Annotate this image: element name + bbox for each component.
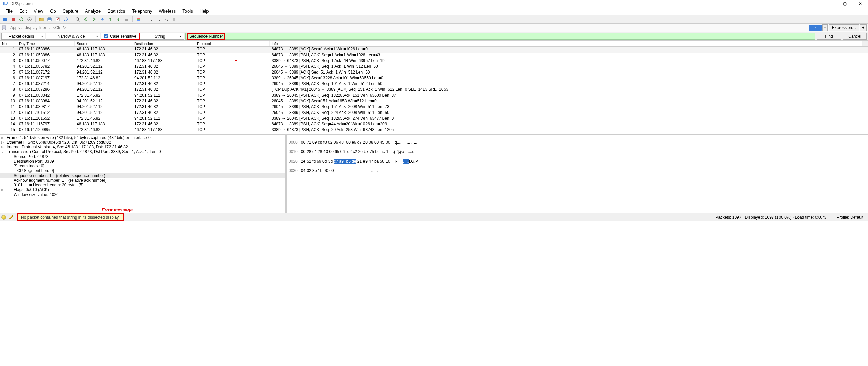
first-icon[interactable] [106,16,114,23]
col-no[interactable]: No [0,41,17,46]
packet-row[interactable]: 507:16:11.08717294.201.52.112172.31.46.8… [0,70,868,76]
menu-statistics[interactable]: Statistics [104,8,129,14]
close-button[interactable]: ✕ [852,0,868,7]
col-info[interactable]: Info [270,41,863,46]
packet-row[interactable]: 707:16:11.08721494.201.52.112172.31.46.8… [0,81,868,87]
detail-seqnum[interactable]: Sequence number: 1 (relative sequence nu… [0,173,285,178]
detail-seglen[interactable]: [TCP Segment Len: 0] [0,168,285,173]
close-file-icon[interactable] [54,16,61,23]
packet-row[interactable]: 207:16:11.05388646.183.117.188172.31.46.… [0,53,868,58]
minimize-button[interactable]: — [821,0,837,7]
hex-row[interactable]: 0020 2e 52 fd 69 0d 3d c7 a9 b5 de 21 e9… [289,159,866,164]
packet-list-header: No Day Time Source Destination Protocol … [0,41,868,47]
packet-details-pane[interactable]: ▷Frame 1: 54 bytes on wire (432 bits), 5… [0,135,287,213]
detail-tcp[interactable]: ▽Transmission Control Protocol, Src Port… [0,149,285,154]
hex-row[interactable]: 0030 04 02 3b 1b 00 00 ..;... [289,168,866,173]
menu-capture[interactable]: Capture [59,8,82,14]
svg-rect-3 [48,20,51,21]
window-title: DP2.pcapng [10,1,33,6]
zoom-in-icon[interactable] [146,16,154,23]
detail-srcport[interactable]: Source Port: 64873 [0,154,285,159]
start-capture-icon[interactable] [1,16,9,23]
packet-row[interactable]: 907:16:11.088342172.31.46.8294.201.52.11… [0,93,868,99]
prev-icon[interactable] [82,16,90,23]
next-icon[interactable] [90,16,98,23]
status-profile[interactable]: Profile: Default [836,215,863,220]
save-icon[interactable] [46,16,53,23]
zoom-reset-icon[interactable]: 1:1 [163,16,170,23]
detail-eth[interactable]: ▷Ethernet II, Src: 06:48:80:e6:d7:20, Ds… [0,140,285,145]
detail-acknum[interactable]: Acknowledgment number: 1 (relative ack n… [0,178,285,183]
packet-row[interactable]: 1207:16:11.10151294.201.52.112172.31.46.… [0,110,868,116]
goto-icon[interactable] [98,16,106,23]
col-destination[interactable]: Destination [132,41,195,46]
edit-capture-icon[interactable] [9,215,14,220]
detail-win[interactable]: Window size value: 1026 [0,192,285,197]
menu-telephony[interactable]: Telephony [129,8,155,14]
lower-split: ▷Frame 1: 54 bytes on wire (432 bits), 5… [0,135,868,213]
menu-edit[interactable]: Edit [16,8,30,14]
packet-row[interactable]: 1007:16:11.08898494.201.52.112172.31.46.… [0,99,868,104]
cancel-button[interactable]: Cancel [843,33,867,40]
packet-row[interactable]: 1107:16:11.08981794.201.52.112172.31.46.… [0,104,868,110]
detail-dstport[interactable]: Destination Port: 3389 [0,159,285,164]
detail-stream[interactable]: [Stream index: 0] [0,164,285,168]
packet-row[interactable]: 1307:16:11.101552172.31.46.8294.201.52.1… [0,116,868,122]
packet-list-scrollbar[interactable] [863,41,868,46]
packet-row[interactable]: 1407:16:11.11679746.183.117.188172.31.46… [0,122,868,127]
menu-view[interactable]: View [30,8,46,14]
packet-row[interactable]: 107:16:11.05388646.183.117.188172.31.46.… [0,47,868,53]
packet-row[interactable]: 607:16:11.087197172.31.46.8294.201.52.11… [0,76,868,81]
add-filter-button[interactable]: + [860,24,867,31]
maximize-button[interactable]: ▢ [837,0,852,7]
menu-go[interactable]: Go [46,8,59,14]
find-case-checkbox[interactable]: Case sensitive [101,33,139,40]
last-icon[interactable] [115,16,122,23]
packet-row[interactable]: 1507:16:11.120985172.31.46.8246.183.117.… [0,127,868,133]
find-scope-combo[interactable]: Packet details [1,33,45,40]
hex-row[interactable]: 0010 00 28 c4 28 40 00 65 06 d2 c2 2e b7… [289,149,866,154]
svg-rect-0 [12,18,15,21]
autoscroll-icon[interactable] [123,16,130,23]
colorize-icon[interactable] [135,16,142,23]
find-type-combo[interactable]: String [140,33,184,40]
col-time[interactable]: Day Time [17,41,75,46]
packet-bytes-pane[interactable]: 0000 06 71 09 cb f8 02 06 48 80 e6 d7 20… [287,135,868,213]
open-icon[interactable] [38,16,45,23]
options-icon[interactable] [26,16,33,23]
packet-row[interactable]: 407:16:11.08678294.201.52.112172.31.46.8… [0,64,868,70]
expert-info-icon[interactable] [1,215,6,220]
detail-frame[interactable]: ▷Frame 1: 54 bytes on wire (432 bits), 5… [0,135,285,140]
menu-tools[interactable]: Tools [179,8,196,14]
resize-cols-icon[interactable] [171,16,178,23]
bookmark-icon[interactable] [1,24,7,31]
display-filter-input[interactable] [8,24,809,31]
hex-row[interactable]: 0000 06 71 09 cb f8 02 06 48 80 e6 d7 20… [289,140,866,145]
reload-icon[interactable] [62,16,70,23]
find-button[interactable]: Find [817,33,841,40]
packet-list-body[interactable]: 107:16:11.05388646.183.117.188172.31.46.… [0,47,868,134]
detail-flags[interactable]: ▷Flags: 0x010 (ACK) [0,187,285,192]
expression-button[interactable]: Expression… [829,24,859,31]
packet-row[interactable]: 807:16:11.08728694.201.52.112172.31.46.8… [0,87,868,93]
col-source[interactable]: Source [75,41,132,46]
menu-wireless[interactable]: Wireless [155,8,179,14]
menu-help[interactable]: Help [196,8,212,14]
svg-text:1:1: 1:1 [165,18,168,20]
detail-hlen[interactable]: 0101 .... = Header Length: 20 bytes (5) [0,183,285,187]
col-protocol[interactable]: Protocol [195,41,270,46]
find-text-input[interactable]: Sequence Number [185,33,815,40]
packet-row[interactable]: 307:16:11.059077172.31.46.8246.183.117.1… [0,58,868,64]
apply-filter-button[interactable]: → [809,25,822,31]
restart-capture-icon[interactable] [18,16,25,23]
stop-capture-icon[interactable] [9,16,17,23]
svg-rect-7 [137,19,140,20]
case-sensitive-check[interactable] [104,34,108,38]
filter-history-dropdown[interactable]: ▾ [822,24,828,31]
detail-ip[interactable]: ▷Internet Protocol Version 4, Src: 46.18… [0,145,285,149]
find-icon[interactable] [74,16,81,23]
menu-file[interactable]: File [2,8,16,14]
zoom-out-icon[interactable] [155,16,162,23]
menu-analyze[interactable]: Analyze [82,8,104,14]
find-width-combo[interactable]: Narrow & Wide [46,33,100,40]
